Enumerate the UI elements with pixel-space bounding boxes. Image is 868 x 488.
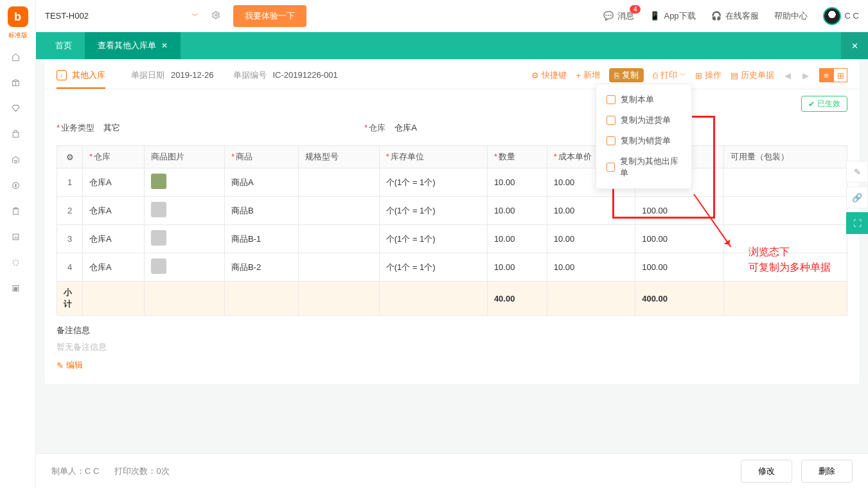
col-qty: *数量 (487, 146, 547, 168)
rail-link[interactable]: 🔗 (846, 186, 868, 208)
warehouse-field: *仓库 仓库A (364, 122, 417, 134)
topbar: TEST-H002 ﹀ 我要体验一下 💬 消息 4 📱App下载 🎧在线客服 帮… (36, 0, 868, 32)
table-row[interactable]: 1 仓库A 商品A 个(1个 = 1个) 10.00 10.00 100.00 (57, 168, 847, 197)
settings-icon[interactable] (212, 11, 220, 21)
cell-avail (723, 168, 847, 197)
cell-product: 商品B-2 (224, 253, 298, 282)
cell-price: 10.00 (547, 197, 635, 225)
view-toggle: ≡ ⊞ (819, 68, 847, 82)
col-product: *商品 (224, 146, 298, 168)
cell-unit: 个(1个 = 1个) (379, 168, 487, 197)
product-thumb (151, 258, 166, 274)
edit-label: 编辑 (66, 359, 83, 371)
cell-avail (723, 253, 847, 282)
col-wh: *仓库 (83, 146, 145, 168)
cell-wh: 仓库A (83, 168, 145, 197)
wh-value: 仓库A (394, 122, 417, 134)
trial-button[interactable]: 我要体验一下 (233, 5, 306, 27)
app-label: App下载 (664, 10, 695, 22)
items-table: ⚙ *仓库 商品图片 *商品 规格型号 *库存单位 *数量 *成本单价 *成本金… (57, 145, 847, 316)
copy-action[interactable]: ⎘复制 (609, 68, 644, 82)
cell-wh: 仓库A (83, 225, 145, 253)
nav-warehouse-icon[interactable] (12, 156, 24, 168)
app-download-link[interactable]: 📱App下载 (650, 10, 695, 22)
main: TEST-H002 ﹀ 我要体验一下 💬 消息 4 📱App下载 🎧在线客服 帮… (36, 0, 868, 488)
tab-current[interactable]: 查看其他入库单✕ (85, 32, 181, 59)
new-action[interactable]: +新增 (576, 69, 600, 81)
dd-copy-sales[interactable]: 复制为销货单 (596, 131, 691, 151)
prev-doc[interactable]: ◀ (783, 71, 792, 80)
other-out-icon (607, 163, 615, 172)
view-grid[interactable]: ⊞ (833, 68, 847, 82)
ops-action[interactable]: ⊞操作 (695, 69, 722, 81)
content-area: ↓ 其他入库 单据日期2019-12-26 单据编号IC-20191226-00… (36, 59, 868, 488)
avatar (823, 7, 841, 25)
help-center-link[interactable]: 帮助中心 (774, 10, 808, 22)
new-label: 新增 (583, 69, 600, 81)
nav-diamond-icon[interactable] (12, 104, 24, 117)
dd-copy-purchase[interactable]: 复制为进货单 (596, 110, 691, 131)
rail-note[interactable]: ✎ (846, 161, 868, 183)
gear-icon: ⚙ (531, 71, 539, 80)
print-action[interactable]: ⎙打印﹀ (653, 69, 686, 81)
table-row[interactable]: 3 仓库A 商品B-1 个(1个 = 1个) 10.00 10.00 100.0… (57, 225, 847, 253)
remark-section: 备注信息 暂无备注信息 ✎编辑 (45, 316, 859, 384)
document-card: ↓ 其他入库 单据日期2019-12-26 单据编号IC-20191226-00… (45, 59, 859, 384)
nav-clipboard-icon[interactable] (12, 207, 24, 220)
dd-copy-this[interactable]: 复制本单 (596, 89, 691, 110)
creator-value: C C (85, 466, 99, 476)
footer-info: 制单人：C C 打印次数：0次 (51, 465, 170, 477)
col-config[interactable]: ⚙ (57, 146, 83, 168)
cell-wh: 仓库A (83, 197, 145, 225)
customer-service-link[interactable]: 🎧在线客服 (711, 10, 759, 22)
nav-report-icon[interactable] (12, 233, 24, 246)
delete-button[interactable]: 删除 (801, 460, 853, 483)
footer-buttons: 修改 删除 (741, 460, 853, 483)
close-all-tabs[interactable]: ✕ (841, 32, 868, 59)
messages-badge: 4 (630, 5, 641, 14)
nav-money-icon[interactable] (12, 181, 24, 194)
nav-home-icon[interactable] (12, 53, 24, 66)
service-label: 在线客服 (725, 10, 759, 22)
wh-label: 仓库 (369, 123, 385, 132)
col-unit: *库存单位 (379, 146, 487, 168)
view-list[interactable]: ≡ (819, 68, 833, 82)
doc-tab[interactable]: ↓ 其他入库 (57, 69, 105, 89)
creator-label: 制单人： (51, 466, 85, 476)
status-text: 已生效 (817, 98, 840, 109)
biztype-field: *业务类型 其它 (57, 122, 120, 134)
chevron-down-icon: ﹀ (680, 71, 686, 80)
cell-qty: 10.00 (487, 197, 547, 225)
cell-spec (299, 253, 379, 282)
org-selector[interactable]: TEST-H002 ﹀ (45, 10, 212, 21)
shortcut-action[interactable]: ⚙快捷键 (531, 69, 567, 81)
topbar-right: 💬 消息 4 📱App下载 🎧在线客服 帮助中心 C C (603, 7, 859, 25)
biztype-value: 其它 (103, 122, 120, 134)
check-icon: ✔ (808, 100, 815, 109)
messages-link[interactable]: 💬 消息 4 (603, 10, 634, 22)
print-count-value: 0次 (156, 466, 169, 476)
dd-copy-sales-label: 复制为销货单 (621, 135, 671, 147)
col-spec: 规格型号 (299, 146, 379, 168)
headset-icon: 🎧 (711, 11, 722, 21)
nav-sync-icon[interactable] (12, 258, 24, 271)
doc-tab-icon: ↓ (57, 70, 67, 80)
table-wrap: ⚙ *仓库 商品图片 *商品 规格型号 *库存单位 *数量 *成本单价 *成本金… (45, 145, 859, 316)
svg-point-9 (215, 14, 217, 15)
next-doc[interactable]: ▶ (801, 71, 810, 80)
rail-expand[interactable]: ⛶ (846, 212, 868, 234)
history-icon: ▤ (731, 71, 738, 80)
table-row[interactable]: 4 仓库A 商品B-2 个(1个 = 1个) 10.00 10.00 100.0… (57, 253, 847, 282)
nav-bag-icon[interactable] (12, 130, 24, 143)
tab-close-icon[interactable]: ✕ (161, 41, 168, 50)
nav-gift-icon[interactable] (12, 78, 24, 91)
history-action[interactable]: ▤历史单据 (731, 69, 774, 81)
table-row[interactable]: 2 仓库A 商品B 个(1个 = 1个) 10.00 10.00 100.00 (57, 197, 847, 225)
nav-new-icon[interactable]: 新 (12, 284, 24, 297)
tab-home[interactable]: 首页 (42, 32, 85, 59)
dd-copy-other-out[interactable]: 复制为其他出库单 (596, 151, 691, 183)
user-menu[interactable]: C C (823, 7, 859, 25)
edit-remark[interactable]: ✎编辑 (57, 359, 847, 371)
doc-meta: 单据日期2019-12-26 单据编号IC-20191226-001 (131, 69, 338, 81)
modify-button[interactable]: 修改 (741, 460, 792, 483)
